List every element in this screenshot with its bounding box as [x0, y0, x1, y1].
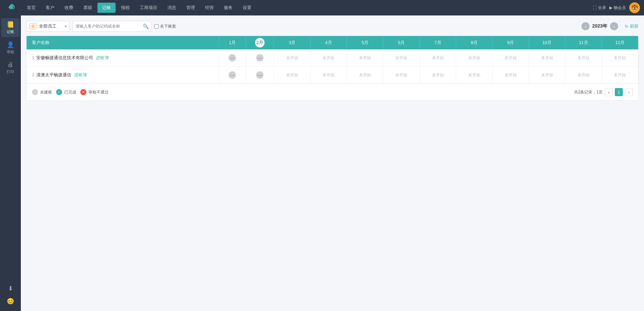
sidebar-bottom: ⬇ 😊: [1, 282, 19, 311]
col-month-8: 8月: [456, 36, 492, 49]
checkbox-namexia[interactable]: [154, 24, 159, 29]
nav-items: 首页 客户 收费 票据 记账 报税 工商项目 消息 管理 经营 服务 设置: [22, 3, 593, 13]
not-started-label: 未开始: [505, 55, 517, 60]
nav-home[interactable]: 首页: [22, 3, 40, 13]
month-cell-1-8: 未开始: [492, 67, 529, 84]
client-cell-0: 1安徽畅捷通信息技术有限公司进账簿: [27, 49, 219, 67]
col-month-3: 3月: [274, 36, 310, 49]
enter-link[interactable]: 进账簿: [74, 72, 87, 77]
sidebar-item-audit[interactable]: 👤 审核: [1, 38, 19, 57]
month-cell-1-9: 未开始: [529, 67, 565, 84]
client-cell-1: 2漠澳太平畅捷通信进账簿: [27, 67, 219, 84]
user-avatar[interactable]: 🐯: [629, 2, 640, 13]
video-icon: ▶: [609, 5, 612, 10]
page-prev-button[interactable]: ‹: [605, 88, 613, 96]
not-started-label: 未开始: [541, 55, 553, 60]
nav-invoice[interactable]: 票据: [79, 3, 97, 13]
nav-operation[interactable]: 经营: [200, 3, 218, 13]
sidebar-item-bookkeeping[interactable]: 📒 记账: [1, 18, 19, 37]
month-cell-0-2: 未开始: [274, 49, 310, 67]
row-num: 1: [32, 55, 34, 60]
year-prev-button[interactable]: ‹: [581, 22, 590, 30]
month-cell-0-4: 未开始: [347, 49, 383, 67]
not-started-label: 未开始: [468, 55, 480, 60]
download-icon: ⬇: [8, 285, 13, 292]
employee-select[interactable]: 全 全部员工 ▾: [26, 21, 70, 32]
not-started-label: 未开始: [432, 55, 444, 60]
refresh-button[interactable]: ↻ 刷新: [625, 23, 639, 29]
month-cell-1-3: 未开始: [310, 67, 347, 84]
sidebar: 📒 记账 👤 审核 🖨 打印 ⬇ 😊: [0, 15, 21, 311]
main-content: 全 全部员工 ▾ 🔍 名下账套 ‹ 2023年 › ↻ 刷新: [21, 15, 644, 311]
legend-not-built: 未建账: [32, 89, 52, 95]
sidebar-item-download[interactable]: ⬇: [1, 282, 19, 295]
table-wrap: 客户名称 1月 2月 3月 4月 5月 6月 7月 8月 9月 10月 11月: [26, 36, 639, 101]
year-display: 2023年: [592, 23, 607, 29]
total-info: 共2条记录，1页: [574, 89, 603, 95]
dash-icon: —: [229, 71, 236, 79]
not-started-label: 未开始: [614, 73, 626, 77]
month-cell-1-4: 未开始: [347, 67, 383, 84]
page-next-button[interactable]: ›: [625, 88, 633, 96]
not-started-label: 未开始: [614, 55, 626, 60]
nav-service[interactable]: 服务: [219, 3, 237, 13]
vip-button[interactable]: ▶ 畅会员: [609, 5, 626, 11]
sidebar-item-print[interactable]: 🖨 打印: [1, 59, 19, 77]
fullscreen-icon: ⛶: [593, 5, 597, 10]
month-cell-0-8: 未开始: [492, 49, 529, 67]
checkbox-namexia-label[interactable]: 名下账套: [154, 24, 176, 29]
legend-completed-label: 已完成: [64, 89, 76, 95]
fullscreen-button[interactable]: ⛶ 全屏: [593, 5, 606, 11]
dash-icon: —: [256, 71, 264, 79]
month-cell-0-10: 未开始: [565, 49, 602, 67]
nav-client[interactable]: 客户: [41, 3, 59, 13]
search-input[interactable]: [73, 24, 140, 29]
checkbox-namexia-text: 名下账套: [160, 24, 176, 29]
audit-icon: 👤: [7, 41, 14, 48]
col-month-12: 12月: [602, 36, 638, 49]
not-started-label: 未开始: [322, 55, 334, 60]
month-cell-1-5: 未开始: [383, 67, 419, 84]
pagination: 共2条记录，1页 ‹ 1 ›: [574, 88, 633, 96]
nav-fee[interactable]: 收费: [60, 3, 78, 13]
month-cell-1-7: 未开始: [456, 67, 492, 84]
nav-message[interactable]: 消息: [163, 3, 181, 13]
col-client-name: 客户名称: [27, 36, 219, 49]
month-cell-0-3: 未开始: [310, 49, 347, 67]
nav-tax[interactable]: 报税: [116, 3, 134, 13]
month-cell-1-1: —: [246, 67, 274, 84]
right-tools: ⛶ 全屏 ▶ 畅会员 🐯: [593, 2, 640, 13]
legend-gray-dot: [32, 89, 38, 95]
not-started-label: 未开始: [359, 73, 371, 77]
client-name: 安徽畅捷通信息技术有限公司: [36, 55, 93, 60]
legend-rejected-label: 审核不通过: [88, 89, 109, 95]
month-cell-1-0: —: [219, 67, 246, 84]
refresh-icon: ↻: [625, 24, 629, 29]
legend-red-dot: ✕: [80, 89, 86, 95]
not-started-label: 未开始: [468, 73, 480, 77]
month-cell-0-7: 未开始: [456, 49, 492, 67]
month-cell-1-2: 未开始: [274, 67, 310, 84]
month-cell-0-6: 未开始: [419, 49, 456, 67]
dash-icon: —: [229, 54, 236, 62]
not-started-label: 未开始: [395, 73, 407, 77]
employee-label: 全部员工: [39, 23, 56, 29]
col-month-9: 9月: [492, 36, 529, 49]
nav-settings[interactable]: 设置: [238, 3, 256, 13]
enter-link[interactable]: 进账簿: [96, 55, 109, 60]
search-button[interactable]: 🔍: [140, 24, 151, 29]
table-footer: 未建账 ✓ 已完成 ✕ 审核不通过 共2条记录，1页 ‹ 1 ›: [27, 84, 638, 100]
sidebar-item-support[interactable]: 😊: [1, 295, 19, 308]
page-1-button[interactable]: 1: [615, 88, 623, 96]
nav-bookkeeping[interactable]: 记账: [97, 3, 116, 13]
month-cell-0-11: 未开始: [602, 49, 638, 67]
month-cell-0-0: —: [219, 49, 246, 67]
nav-business[interactable]: 工商项目: [135, 3, 162, 13]
col-month-4: 4月: [310, 36, 347, 49]
fullscreen-label: 全屏: [598, 5, 606, 11]
year-next-button[interactable]: ›: [610, 22, 618, 30]
employee-tag: 全: [29, 23, 37, 30]
nav-manage[interactable]: 管理: [182, 3, 200, 13]
month-cell-1-11: 未开始: [602, 67, 638, 84]
search-icon: 🔍: [143, 24, 149, 29]
